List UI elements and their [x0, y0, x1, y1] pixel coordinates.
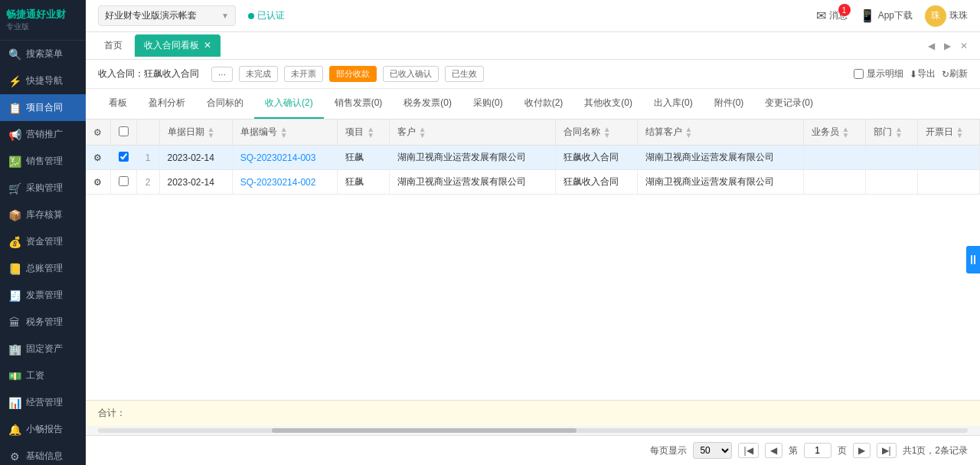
- sidebar-item-总账管理[interactable]: 📒 总账管理: [0, 255, 86, 282]
- row-code-link-0[interactable]: SQ-20230214-003: [240, 152, 316, 163]
- select-all-checkbox[interactable]: [119, 126, 129, 136]
- page-prev-btn[interactable]: ◀: [765, 443, 782, 458]
- show-detail-input[interactable]: [854, 69, 864, 79]
- subtab-9[interactable]: 出入库(0): [643, 89, 704, 119]
- col-header-settlement_customer[interactable]: 结算客户▲▼: [637, 120, 803, 146]
- subtab-6[interactable]: 采购(0): [462, 89, 514, 119]
- subtab-1[interactable]: 盈利分析: [138, 89, 196, 119]
- sort-icon-contract[interactable]: ▲▼: [603, 126, 611, 139]
- tab-next-btn[interactable]: ▶: [941, 39, 954, 53]
- settings-icon[interactable]: ⚙: [93, 127, 102, 138]
- sidebar-item-营销推广[interactable]: 📢 营销推广: [0, 121, 86, 148]
- scrollbar-thumb[interactable]: [272, 428, 577, 433]
- col-label-salesperson: 业务员: [812, 126, 839, 139]
- sidebar-item-工资[interactable]: 💵 工资: [0, 362, 86, 389]
- sidebar-item-搜索菜单[interactable]: 🔍 搜索菜单: [0, 41, 86, 67]
- horizontal-scrollbar[interactable]: [86, 426, 980, 435]
- company-selector[interactable]: 好业财专业版演示帐套 ▼: [98, 5, 236, 26]
- sort-icon-salesperson[interactable]: ▲▼: [842, 126, 850, 139]
- status-btn-4[interactable]: 已生效: [445, 66, 484, 82]
- sort-icon-project[interactable]: ▲▼: [367, 126, 374, 139]
- row-checkbox-1[interactable]: [119, 176, 129, 186]
- cell-settings-1: ⚙: [86, 170, 110, 195]
- status-buttons: 未完成未开票部分收款已收入确认已生效: [239, 66, 487, 82]
- sidebar-item-销售管理[interactable]: 💹 销售管理: [0, 148, 86, 175]
- refresh-btn[interactable]: ↻ 刷新: [942, 67, 968, 80]
- subtab-5[interactable]: 税务发票(0): [393, 89, 462, 119]
- sidebar-icon-9: 🧾: [8, 290, 21, 302]
- tab-close-all-btn[interactable]: ✕: [957, 39, 971, 53]
- per-page-select[interactable]: 102050100: [693, 442, 732, 459]
- message-btn[interactable]: ✉ 1 消息: [816, 8, 848, 23]
- sidebar-nav: 🔍 搜索菜单 ⚡ 快捷导航 📋 项目合同 📢 营销推广 💹 销售管理 🛒 采购管…: [0, 41, 86, 465]
- sidebar-item-小畅报告[interactable]: 🔔 小畅报告: [0, 416, 86, 443]
- subtab-2[interactable]: 合同标的: [196, 89, 254, 119]
- col-label-contract: 合同名称: [564, 126, 600, 139]
- more-options-btn[interactable]: ···: [211, 67, 233, 82]
- sort-icon-department[interactable]: ▲▼: [895, 126, 903, 139]
- export-icon: ⬇: [910, 69, 917, 80]
- row-settings-icon[interactable]: ⚙: [93, 177, 102, 188]
- subtab-3[interactable]: 收入确认(2): [254, 89, 324, 119]
- row-code-link-1[interactable]: SQ-20230214-002: [240, 177, 316, 188]
- status-btn-1[interactable]: 未开票: [284, 66, 323, 82]
- main-area: 好业财专业版演示帐套 ▼ 已认证 ✉ 1 消息 📱 App下载 珠 珠珠 首页收…: [86, 0, 980, 465]
- sidebar-item-项目合同[interactable]: 📋 项目合同: [0, 94, 86, 121]
- page-first-btn[interactable]: |◀: [738, 443, 758, 458]
- table-row[interactable]: ⚙12023-02-14SQ-20230214-003狂飙湖南卫视商业运营发展有…: [86, 146, 980, 170]
- col-header-open_date[interactable]: 开票日▲▼: [917, 120, 979, 146]
- sidebar-item-快捷导航[interactable]: ⚡ 快捷导航: [0, 67, 86, 94]
- export-btn[interactable]: ⬇ 导出: [910, 67, 936, 80]
- sort-icon-code[interactable]: ▲▼: [280, 126, 288, 139]
- tab-prev-btn[interactable]: ◀: [925, 39, 938, 53]
- right-panel-toggle-btn[interactable]: [966, 246, 980, 273]
- page-label: 第: [789, 444, 798, 457]
- col-header-salesperson[interactable]: 业务员▲▼: [803, 120, 865, 146]
- col-header-project[interactable]: 项目▲▼: [338, 120, 390, 146]
- subtab-7[interactable]: 收付款(2): [514, 89, 574, 119]
- user-profile-btn[interactable]: 珠 珠珠: [925, 5, 968, 27]
- sidebar-item-经营管理[interactable]: 📊 经营管理: [0, 389, 86, 416]
- sidebar-icon-0: 🔍: [8, 48, 21, 61]
- sidebar-icon-14: 🔔: [8, 424, 21, 436]
- subtab-0[interactable]: 看板: [98, 89, 138, 119]
- page-next-btn[interactable]: ▶: [853, 443, 871, 458]
- row-checkbox-0[interactable]: [119, 152, 129, 162]
- status-btn-0[interactable]: 未完成: [239, 66, 278, 82]
- col-header-date[interactable]: 单据日期▲▼: [159, 120, 232, 146]
- page-last-btn[interactable]: ▶|: [877, 443, 897, 458]
- row-settings-icon[interactable]: ⚙: [93, 152, 102, 163]
- sidebar-item-税务管理[interactable]: 🏛 税务管理: [0, 309, 86, 336]
- sidebar-item-基础信息[interactable]: ⚙ 基础信息: [0, 443, 86, 465]
- subtab-8[interactable]: 其他收支(0): [573, 89, 643, 119]
- table-body: ⚙12023-02-14SQ-20230214-003狂飙湖南卫视商业运营发展有…: [86, 146, 980, 195]
- sort-icon-settlement_customer[interactable]: ▲▼: [685, 126, 693, 139]
- col-header-customer[interactable]: 客户▲▼: [389, 120, 555, 146]
- sort-icon-customer[interactable]: ▲▼: [419, 126, 426, 139]
- subtab-11[interactable]: 变更记录(0): [754, 89, 824, 119]
- table-row[interactable]: ⚙22023-02-14SQ-20230214-002狂飙湖南卫视商业运营发展有…: [86, 170, 980, 195]
- tab-1[interactable]: 收入合同看板✕: [135, 34, 220, 57]
- subtab-4[interactable]: 销售发票(0): [324, 89, 394, 119]
- sidebar-item-发票管理[interactable]: 🧾 发票管理: [0, 282, 86, 309]
- sidebar-item-固定资产[interactable]: 🏢 固定资产: [0, 336, 86, 362]
- status-btn-3[interactable]: 已收入确认: [383, 66, 439, 82]
- sort-icon-date[interactable]: ▲▼: [207, 126, 215, 139]
- tab-0[interactable]: 首页: [95, 34, 132, 57]
- tab-close-1[interactable]: ✕: [204, 40, 211, 51]
- app-download-btn[interactable]: 📱 App下载: [860, 8, 913, 23]
- col-header-contract[interactable]: 合同名称▲▼: [555, 120, 637, 146]
- cell-contract-0: 狂飙收入合同: [555, 146, 637, 170]
- col-header-department[interactable]: 部门▲▼: [865, 120, 917, 146]
- col-header-code[interactable]: 单据编号▲▼: [232, 120, 337, 146]
- cell-date-1: 2023-02-14: [159, 170, 232, 195]
- sort-icon-open_date[interactable]: ▲▼: [956, 126, 964, 139]
- status-btn-2[interactable]: 部分收款: [329, 66, 377, 82]
- page-input[interactable]: [804, 443, 831, 458]
- sidebar-label-2: 项目合同: [26, 101, 63, 114]
- show-detail-checkbox[interactable]: 显示明细: [854, 67, 903, 80]
- subtab-10[interactable]: 附件(0): [704, 89, 755, 119]
- sidebar-item-资金管理[interactable]: 💰 资金管理: [0, 228, 86, 255]
- sidebar-item-库存核算[interactable]: 📦 库存核算: [0, 201, 86, 228]
- sidebar-item-采购管理[interactable]: 🛒 采购管理: [0, 175, 86, 201]
